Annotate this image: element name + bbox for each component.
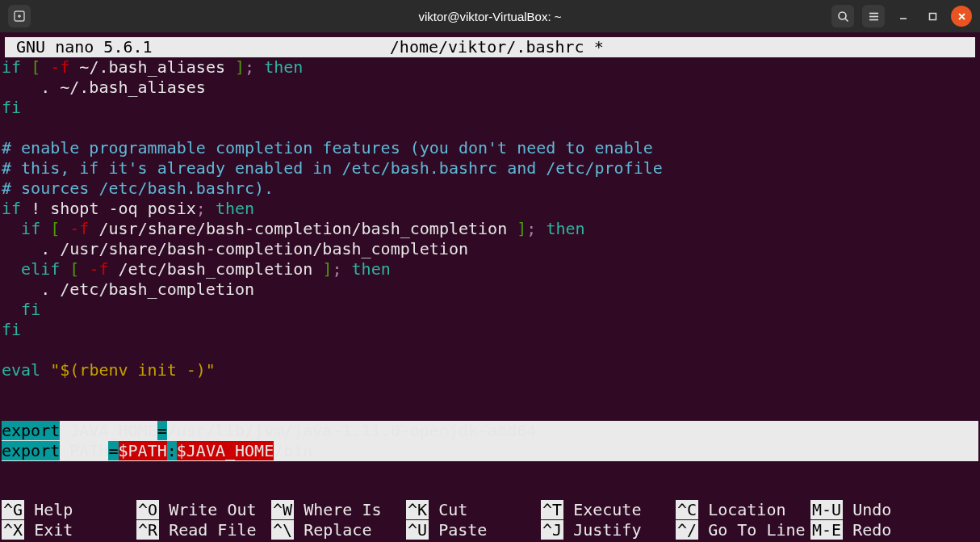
- shortcut-cut: ^K Cut: [406, 500, 541, 520]
- nano-shortcuts: ^G Help ^O Write Out ^W Where Is ^K Cut …: [0, 500, 980, 542]
- search-button[interactable]: [831, 5, 854, 27]
- minimize-button[interactable]: [893, 6, 914, 27]
- shortcut-location: ^C Location: [676, 500, 810, 520]
- nano-app-name: GNU nano 5.6.1: [16, 37, 153, 57]
- shortcut-writeout: ^O Write Out: [136, 500, 271, 520]
- shortcut-row-2: ^X Exit ^R Read File ^\ Replace ^U Paste…: [2, 520, 978, 540]
- editor-content[interactable]: if [ -f ~/.bash_aliases ]; then . ~/.bas…: [0, 57, 980, 461]
- shortcut-execute: ^T Execute: [541, 500, 676, 520]
- hamburger-icon: [868, 11, 880, 23]
- shortcut-row-1: ^G Help ^O Write Out ^W Where Is ^K Cut …: [2, 500, 978, 520]
- maximize-icon: [928, 12, 937, 21]
- shortcut-readfile: ^R Read File: [136, 520, 271, 540]
- nano-header: GNU nano 5.6.1 /home/viktor/.bashrc *: [5, 37, 975, 57]
- svg-line-2: [845, 19, 848, 22]
- shortcut-justify: ^J Justify: [541, 520, 676, 540]
- shortcut-undo: M-U Undo: [810, 500, 945, 520]
- search-icon: [837, 11, 849, 23]
- shortcut-help: ^G Help: [2, 500, 136, 520]
- close-button[interactable]: [951, 6, 972, 27]
- close-icon: [957, 12, 966, 21]
- minimize-icon: [898, 11, 908, 21]
- new-tab-button[interactable]: [8, 5, 31, 27]
- shortcut-gotoline: ^/ Go To Line: [676, 520, 810, 540]
- shortcut-exit: ^X Exit: [2, 520, 136, 540]
- cursor: [312, 441, 314, 459]
- shortcut-whereis: ^W Where Is: [271, 500, 406, 520]
- terminal-tab-icon: [14, 11, 25, 22]
- shortcut-redo: M-E Redo: [810, 520, 945, 540]
- nano-filename: /home/viktor/.bashrc *: [153, 37, 841, 57]
- svg-point-1: [839, 12, 846, 19]
- shortcut-replace: ^\ Replace: [271, 520, 406, 540]
- maximize-button[interactable]: [922, 6, 943, 27]
- shortcut-paste: ^U Paste: [406, 520, 541, 540]
- window-titlebar: viktor@viktor-VirtualBox: ~: [0, 0, 980, 32]
- menu-button[interactable]: [862, 5, 885, 27]
- svg-rect-7: [929, 13, 936, 19]
